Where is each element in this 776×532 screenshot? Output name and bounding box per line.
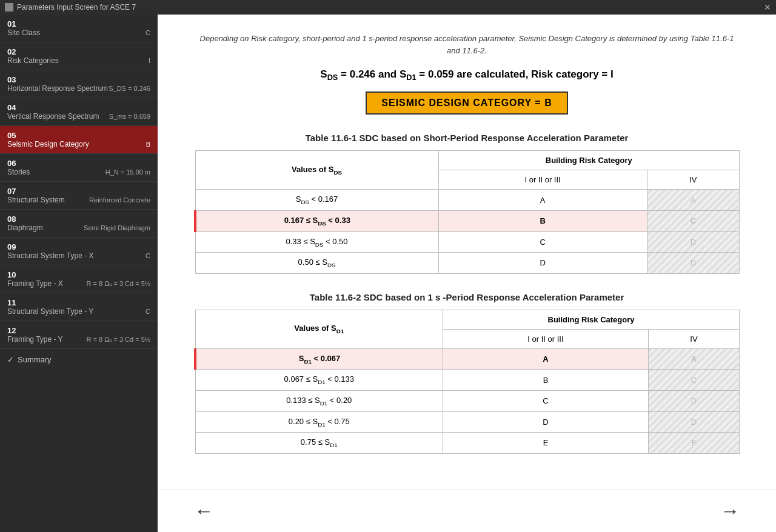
- intro-text: Depending on Risk category, short-period…: [194, 33, 740, 56]
- sidebar-item-02[interactable]: 02Risk CategoriesI: [0, 42, 158, 70]
- table2-cell-range: 0.75 ≤ SD1: [195, 433, 443, 454]
- sidebar-item-number-07: 07: [7, 187, 150, 196]
- sidebar-item-number-09: 09: [7, 242, 150, 251]
- sidebar-item-label-01: Site Class: [7, 28, 40, 37]
- table1-cell-col1: C: [438, 231, 647, 253]
- checkmark-icon: ✓: [7, 355, 14, 364]
- sidebar-item-09[interactable]: 09Structural System Type - XC: [0, 238, 158, 265]
- sidebar-item-label-09: Structural System Type - X: [7, 251, 94, 260]
- table1: Values of SDS Building Risk Category I o…: [194, 150, 740, 273]
- table2-cell-col1: E: [443, 433, 649, 454]
- table1-cell-range: SDS < 0.167: [195, 190, 438, 211]
- sidebar-item-05[interactable]: 05Seismic Design CategoryB: [0, 126, 158, 154]
- title-bar: Parameters Input Screen for ASCE 7 ✕: [0, 0, 776, 15]
- sidebar-item-01[interactable]: 01Site ClassC: [0, 15, 158, 42]
- sidebar-item-value-06: H_N = 15.00 m: [105, 168, 150, 176]
- table2-row: 0.20 ≤ SD1 < 0.75DD: [195, 411, 740, 433]
- table1-cell-col1: B: [438, 210, 647, 231]
- table1-subcol2: IV: [647, 170, 739, 190]
- sidebar-item-number-12: 12: [7, 326, 150, 335]
- sidebar-item-label-05: Seismic Design Category: [7, 140, 89, 148]
- table2-cell-col2: C: [648, 370, 739, 391]
- table1-cell-col1: D: [438, 253, 647, 274]
- table1-cell-col2: A: [647, 190, 739, 211]
- sidebar-item-label-07: Structural System: [7, 196, 65, 204]
- title-bar-text: Parameters Input Screen for ASCE 7: [17, 3, 136, 12]
- sidebar-item-label-02: Risk Categories: [7, 56, 59, 65]
- sidebar-item-number-08: 08: [7, 214, 150, 224]
- table1-cell-range: 0.33 ≤ SDS < 0.50: [195, 231, 438, 253]
- table1-cell-range: 0.50 ≤ SDS: [195, 253, 438, 274]
- sidebar-item-value-11: C: [146, 308, 150, 315]
- sidebar-summary-item[interactable]: ✓ Summary: [0, 349, 158, 370]
- table2-row: 0.75 ≤ SD1EF: [195, 433, 740, 454]
- app-icon: [5, 3, 13, 12]
- table1-row: 0.33 ≤ SDS < 0.50CD: [195, 231, 740, 253]
- sidebar-item-07[interactable]: 07Structural SystemReinforced Concrete: [0, 182, 158, 210]
- sidebar-item-label-06: Stories: [7, 168, 30, 176]
- content-area: Depending on Risk category, short-period…: [158, 15, 776, 490]
- table2-row: 0.133 ≤ SD1 < 0.20CD: [195, 390, 740, 411]
- table2-cell-col2: A: [648, 348, 739, 370]
- sidebar-item-value-12: R = 8 Ω₀ = 3 Cd = 5½: [87, 336, 150, 344]
- sidebar-item-number-11: 11: [7, 298, 150, 307]
- table1-cell-col2: C: [647, 210, 739, 231]
- sidebar-item-number-04: 04: [7, 103, 150, 112]
- bottom-nav: ← →: [158, 490, 776, 532]
- table2-row: SD1 < 0.067AA: [195, 348, 740, 370]
- sdc-badge: SEISMIC DESIGN CATEGORY = B: [366, 91, 567, 115]
- table2-cell-col2: D: [648, 390, 739, 411]
- table1-row: 0.167 ≤ SDS < 0.33BC: [195, 210, 740, 231]
- sidebar-item-10[interactable]: 10Framing Type - XR = 8 Ω₀ = 3 Cd = 5½: [0, 265, 158, 293]
- sidebar-item-label-08: Diaphragm: [7, 224, 43, 232]
- sidebar-item-value-05: B: [146, 141, 150, 148]
- table1-row: SDS < 0.167AA: [195, 190, 740, 211]
- sidebar-item-number-02: 02: [7, 47, 150, 56]
- table1-cell-col1: A: [438, 190, 647, 211]
- table2: Values of SD1 Building Risk Category I o…: [194, 310, 740, 454]
- table2-cell-col1: D: [443, 411, 649, 433]
- sidebar-item-value-03: S_DS = 0.246: [109, 85, 150, 92]
- table2-cell-col2: D: [648, 411, 739, 433]
- sidebar-item-label-03: Horizontal Response Spectrum: [7, 84, 108, 93]
- table1-col2-header: Building Risk Category: [438, 151, 739, 170]
- sidebar-item-04[interactable]: 04Vertical Response SpectrumS_ms = 0.659: [0, 98, 158, 126]
- sidebar-item-label-10: Framing Type - X: [7, 279, 63, 288]
- sidebar-item-03[interactable]: 03Horizontal Response SpectrumS_DS = 0.2…: [0, 70, 158, 98]
- sidebar-item-label-11: Structural System Type - Y: [7, 307, 93, 316]
- sidebar-item-label-04: Vertical Response Spectrum: [7, 112, 99, 121]
- sidebar-item-06[interactable]: 06StoriesH_N = 15.00 m: [0, 154, 158, 182]
- table1-title: Table 11.6-1 SDC based on Short-Period R…: [194, 133, 740, 143]
- sidebar-item-value-09: C: [146, 252, 150, 259]
- table1-cell-col2: D: [647, 231, 739, 253]
- table2-subcol2: IV: [648, 329, 739, 348]
- table2-cell-col2: F: [648, 433, 739, 454]
- sidebar-item-12[interactable]: 12Framing Type - YR = 8 Ω₀ = 3 Cd = 5½: [0, 321, 158, 349]
- table1-cell-col2: D: [647, 253, 739, 274]
- app-body: 01Site ClassC02Risk CategoriesI03Horizon…: [0, 15, 776, 532]
- forward-button[interactable]: →: [720, 500, 740, 522]
- sidebar-item-number-01: 01: [7, 19, 150, 28]
- sidebar-item-value-04: S_ms = 0.659: [109, 113, 150, 120]
- sidebar-item-11[interactable]: 11Structural System Type - YC: [0, 293, 158, 321]
- table2-cell-range: 0.20 ≤ SD1 < 0.75: [195, 411, 443, 433]
- sidebar-item-08[interactable]: 08DiaphragmSemi Rigid Diaphragm: [0, 210, 158, 238]
- table2-cell-col1: C: [443, 390, 649, 411]
- sidebar-item-value-07: Reinforced Concrete: [89, 196, 150, 204]
- sidebar-item-number-03: 03: [7, 75, 150, 84]
- table1-col1-header: Values of SDS: [195, 151, 438, 190]
- table2-cell-range: SD1 < 0.067: [195, 348, 443, 370]
- sidebar-item-value-01: C: [146, 29, 150, 36]
- table2-col1-header: Values of SD1: [195, 310, 443, 348]
- table1-cell-range: 0.167 ≤ SDS < 0.33: [195, 210, 438, 231]
- close-button[interactable]: ✕: [764, 2, 771, 12]
- table1-subcol1: I or II or III: [438, 170, 647, 190]
- sidebar-item-value-08: Semi Rigid Diaphragm: [84, 224, 150, 231]
- sidebar: 01Site ClassC02Risk CategoriesI03Horizon…: [0, 15, 158, 532]
- back-button[interactable]: ←: [194, 500, 213, 522]
- table2-cell-col1: A: [443, 348, 649, 370]
- summary-label: Summary: [18, 355, 52, 364]
- formula-line: SDS = 0.246 and SD1 = 0.059 are calculat…: [194, 68, 740, 82]
- table2-subcol1: I or II or III: [443, 329, 649, 348]
- sidebar-item-label-12: Framing Type - Y: [7, 335, 63, 344]
